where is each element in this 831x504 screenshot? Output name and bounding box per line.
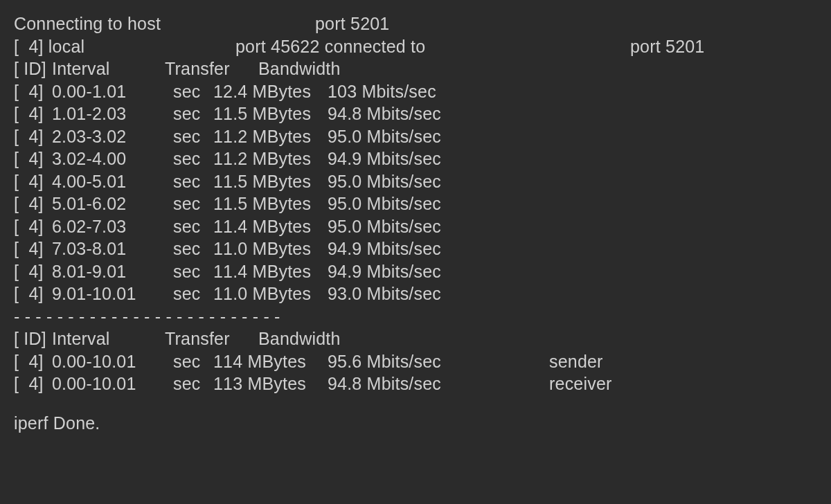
row-unit: sec — [173, 192, 213, 215]
row-transfer: 12.4 MBytes — [213, 80, 328, 103]
row-bandwidth: 95.0 Mbits/sec — [328, 215, 466, 238]
row-unit: sec — [173, 237, 213, 260]
row-interval: 1.01-2.03 — [52, 102, 173, 125]
row-bandwidth: 94.9 Mbits/sec — [328, 237, 466, 260]
local-port: port 45622 connected to — [235, 35, 630, 58]
col-bandwidth: Bandwidth — [258, 57, 341, 80]
table-row: [ 4]9.01-10.01sec11.0 MBytes93.0 Mbits/s… — [14, 282, 817, 305]
row-unit: sec — [173, 102, 213, 125]
summary-rows: [ 4]0.00-10.01sec114 MBytes95.6 Mbits/se… — [14, 350, 817, 395]
row-bandwidth: 94.8 Mbits/sec — [328, 102, 466, 125]
row-transfer: 113 MBytes — [213, 372, 328, 395]
row-transfer: 11.0 MBytes — [213, 282, 328, 305]
row-unit: sec — [173, 350, 213, 373]
row-bandwidth: 95.6 Mbits/sec — [328, 350, 466, 373]
row-id: [ 4] — [14, 282, 52, 305]
table-row: [ 4]0.00-10.01sec114 MBytes95.6 Mbits/se… — [14, 350, 817, 373]
remote-port: port 5201 — [630, 35, 704, 58]
row-id: [ 4] — [14, 102, 52, 125]
row-unit: sec — [173, 215, 213, 238]
separator-line: - - - - - - - - - - - - - - - - - - - - … — [14, 305, 817, 328]
row-bandwidth: 93.0 Mbits/sec — [328, 282, 466, 305]
connecting-prefix: Connecting to host — [14, 12, 315, 35]
row-id: [ 4] — [14, 237, 52, 260]
row-bandwidth: 95.0 Mbits/sec — [328, 170, 466, 193]
done-text: iperf Done. — [14, 412, 100, 435]
row-interval: 5.01-6.02 — [52, 192, 173, 215]
row-transfer: 11.5 MBytes — [213, 102, 328, 125]
row-interval: 4.00-5.01 — [52, 170, 173, 193]
column-header: [ ID] Interval Transfer Bandwidth — [14, 57, 817, 80]
row-transfer: 11.4 MBytes — [213, 215, 328, 238]
connecting-line: Connecting to host port 5201 — [14, 12, 817, 35]
col-id: [ ID] — [14, 327, 52, 350]
row-interval: 8.01-9.01 — [52, 260, 173, 283]
row-interval: 7.03-8.01 — [52, 237, 173, 260]
table-row: [ 4]6.02-7.03sec11.4 MBytes95.0 Mbits/se… — [14, 215, 817, 238]
table-row: [ 4]0.00-10.01sec113 MBytes94.8 Mbits/se… — [14, 372, 817, 395]
row-interval: 3.02-4.00 — [52, 147, 173, 170]
table-row: [ 4]0.00-1.01sec12.4 MBytes103 Mbits/sec — [14, 80, 817, 103]
col-transfer: Transfer — [165, 57, 258, 80]
table-row: [ 4]2.03-3.02sec11.2 MBytes95.0 Mbits/se… — [14, 125, 817, 148]
summary-header: [ ID] Interval Transfer Bandwidth — [14, 327, 817, 350]
row-transfer: 11.0 MBytes — [213, 237, 328, 260]
local-prefix: [ 4] local — [14, 35, 235, 58]
row-bandwidth: 94.9 Mbits/sec — [328, 260, 466, 283]
row-bandwidth: 94.9 Mbits/sec — [328, 147, 466, 170]
row-id: [ 4] — [14, 170, 52, 193]
col-transfer: Transfer — [165, 327, 258, 350]
row-bandwidth: 95.0 Mbits/sec — [328, 125, 466, 148]
row-role: sender — [466, 350, 603, 373]
table-row: [ 4]3.02-4.00sec11.2 MBytes94.9 Mbits/se… — [14, 147, 817, 170]
row-id: [ 4] — [14, 147, 52, 170]
row-transfer: 114 MBytes — [213, 350, 328, 373]
row-unit: sec — [173, 80, 213, 103]
row-transfer: 11.4 MBytes — [213, 260, 328, 283]
row-role: receiver — [466, 372, 612, 395]
row-id: [ 4] — [14, 80, 52, 103]
row-unit: sec — [173, 170, 213, 193]
row-id: [ 4] — [14, 260, 52, 283]
row-id: [ 4] — [14, 125, 52, 148]
row-unit: sec — [173, 147, 213, 170]
row-interval: 0.00-1.01 — [52, 80, 173, 103]
row-transfer: 11.2 MBytes — [213, 147, 328, 170]
interval-rows: [ 4]0.00-1.01sec12.4 MBytes103 Mbits/sec… — [14, 80, 817, 305]
row-id: [ 4] — [14, 192, 52, 215]
row-interval: 9.01-10.01 — [52, 282, 173, 305]
connecting-port: port 5201 — [315, 12, 389, 35]
done-line: iperf Done. — [14, 412, 817, 435]
local-line: [ 4] local port 45622 connected to port … — [14, 35, 817, 58]
row-bandwidth: 95.0 Mbits/sec — [328, 192, 466, 215]
row-bandwidth: 103 Mbits/sec — [328, 80, 466, 103]
col-bandwidth: Bandwidth — [258, 327, 341, 350]
row-bandwidth: 94.8 Mbits/sec — [328, 372, 466, 395]
row-transfer: 11.2 MBytes — [213, 125, 328, 148]
row-id: [ 4] — [14, 215, 52, 238]
row-id: [ 4] — [14, 350, 52, 373]
row-interval: 6.02-7.03 — [52, 215, 173, 238]
row-interval: 2.03-3.02 — [52, 125, 173, 148]
col-interval: Interval — [52, 57, 165, 80]
row-transfer: 11.5 MBytes — [213, 170, 328, 193]
row-unit: sec — [173, 282, 213, 305]
table-row: [ 4]8.01-9.01sec11.4 MBytes94.9 Mbits/se… — [14, 260, 817, 283]
row-interval: 0.00-10.01 — [52, 372, 173, 395]
table-row: [ 4]4.00-5.01sec11.5 MBytes95.0 Mbits/se… — [14, 170, 817, 193]
col-interval: Interval — [52, 327, 165, 350]
col-id: [ ID] — [14, 57, 52, 80]
row-unit: sec — [173, 125, 213, 148]
row-unit: sec — [173, 372, 213, 395]
row-id: [ 4] — [14, 372, 52, 395]
table-row: [ 4]5.01-6.02sec11.5 MBytes95.0 Mbits/se… — [14, 192, 817, 215]
row-unit: sec — [173, 260, 213, 283]
table-row: [ 4]7.03-8.01sec11.0 MBytes94.9 Mbits/se… — [14, 237, 817, 260]
separator-text: - - - - - - - - - - - - - - - - - - - - … — [14, 305, 280, 328]
table-row: [ 4]1.01-2.03sec11.5 MBytes94.8 Mbits/se… — [14, 102, 817, 125]
row-interval: 0.00-10.01 — [52, 350, 173, 373]
row-transfer: 11.5 MBytes — [213, 192, 328, 215]
